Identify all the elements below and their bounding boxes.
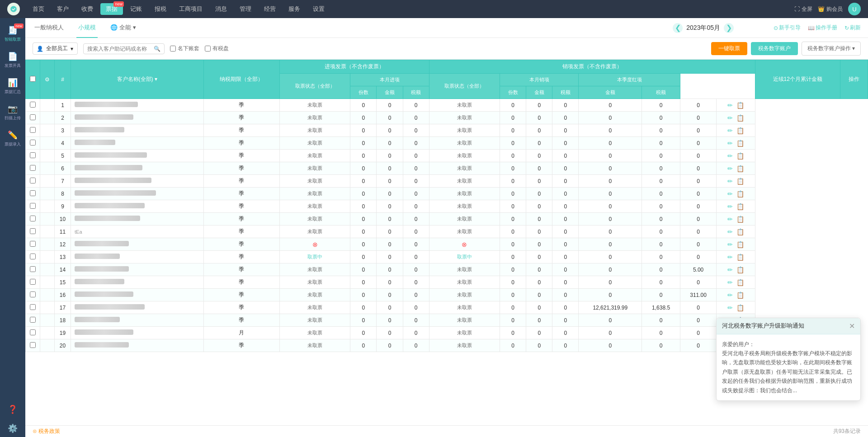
edit-btn[interactable]: ✏	[727, 291, 733, 299]
nav-item-tax[interactable]: 报税	[149, 3, 172, 15]
copy-btn[interactable]: 📋	[736, 165, 744, 172]
edit-btn[interactable]: ✏	[727, 228, 733, 235]
row-checkbox[interactable]	[30, 266, 36, 272]
row-checkbox[interactable]	[30, 102, 36, 108]
checkbox-account[interactable]: 名下账套	[170, 45, 199, 52]
copy-btn[interactable]: 📋	[736, 279, 744, 286]
sidebar-item-entry[interactable]: ✏️ 票据录入	[1, 127, 24, 151]
member-btn[interactable]: 👑 购会员	[818, 5, 843, 13]
edit-btn[interactable]: ✏	[727, 254, 733, 261]
copy-btn[interactable]: 📋	[736, 304, 744, 311]
row-checkbox[interactable]	[30, 279, 36, 285]
row-checkbox[interactable]	[30, 304, 36, 310]
edit-btn[interactable]: ✏	[727, 152, 733, 160]
sidebar-item-invoice[interactable]: 📄 发票开具	[1, 48, 24, 72]
row-checkbox[interactable]	[30, 228, 36, 234]
edit-btn[interactable]: ✏	[727, 102, 733, 109]
checkbox-taxdisk[interactable]: 有税盘	[205, 45, 229, 52]
row-checkbox[interactable]	[30, 178, 36, 183]
nav-item-business[interactable]: 工商项目	[174, 3, 208, 15]
row-checkbox[interactable]	[30, 291, 36, 297]
copy-btn[interactable]: 📋	[736, 228, 744, 235]
row-checkbox[interactable]	[30, 190, 36, 196]
digital-ops-btn[interactable]: 税务数字账户操作 ▾	[802, 42, 861, 56]
search-icon[interactable]: 🔍	[154, 46, 160, 52]
select-all-checkbox[interactable]	[30, 76, 36, 82]
copy-btn[interactable]: 📋	[736, 241, 744, 248]
row-checkbox[interactable]	[30, 317, 36, 323]
tab-all[interactable]: 🌐 全能 ▾	[108, 18, 138, 38]
copy-btn[interactable]: 📋	[736, 127, 744, 134]
copy-btn[interactable]: 📋	[736, 178, 744, 185]
edit-btn[interactable]: ✏	[727, 140, 733, 147]
row-checkbox[interactable]	[30, 165, 36, 171]
row-checkbox[interactable]	[30, 329, 36, 335]
fullscreen-btn[interactable]: ⛶ 全屏	[794, 5, 812, 13]
edit-btn[interactable]: ✏	[727, 216, 733, 223]
edit-btn[interactable]: ✏	[727, 241, 733, 248]
oneclick-ticket-btn[interactable]: 一键取票	[711, 42, 747, 55]
staff-select[interactable]: 👤 全部员工 ▾	[33, 42, 78, 55]
checkbox-taxdisk-input[interactable]	[205, 46, 211, 52]
row-checkbox[interactable]	[30, 216, 36, 221]
copy-btn[interactable]: 📋	[736, 102, 744, 109]
row-checkbox[interactable]	[30, 114, 36, 120]
nav-item-account[interactable]: 记账	[125, 3, 147, 15]
sidebar-item-scan[interactable]: 📷 扫描上传	[1, 100, 24, 125]
nav-item-fee[interactable]: 收费	[76, 3, 99, 15]
edit-btn[interactable]: ✏	[727, 178, 733, 185]
row-checkbox[interactable]	[30, 254, 36, 259]
refresh-link[interactable]: ↻ 刷新	[844, 24, 861, 32]
copy-btn[interactable]: 📋	[736, 266, 744, 273]
copy-btn[interactable]: 📋	[736, 190, 744, 197]
nav-item-operation[interactable]: 经营	[259, 3, 281, 15]
nav-item-client[interactable]: 客户	[52, 3, 74, 15]
nav-item-settings[interactable]: 设置	[307, 3, 330, 15]
row-total12: 0	[680, 251, 717, 263]
copy-btn[interactable]: 📋	[736, 114, 744, 122]
edit-btn[interactable]: ✏	[727, 304, 733, 311]
copy-btn[interactable]: 📋	[736, 216, 744, 223]
edit-btn[interactable]: ✏	[727, 266, 733, 273]
user-avatar[interactable]: U	[848, 3, 861, 15]
row-checkbox[interactable]	[30, 140, 36, 146]
edit-btn[interactable]: ✏	[727, 190, 733, 197]
checkbox-account-input[interactable]	[170, 46, 176, 52]
gear-icon[interactable]: ⚙	[45, 76, 50, 83]
row-checkbox[interactable]	[30, 342, 36, 348]
notif-close-btn[interactable]: ✕	[849, 322, 855, 330]
edit-btn[interactable]: ✏	[727, 114, 733, 122]
row-checkbox[interactable]	[30, 152, 36, 158]
search-input[interactable]	[87, 46, 152, 52]
copy-btn[interactable]: 📋	[736, 291, 744, 299]
row-checkbox[interactable]	[30, 241, 36, 247]
logo[interactable]	[7, 3, 20, 15]
copy-btn[interactable]: 📋	[736, 254, 744, 261]
row-checkbox[interactable]	[30, 203, 36, 209]
copy-btn[interactable]: 📋	[736, 140, 744, 147]
edit-btn[interactable]: ✏	[727, 203, 733, 210]
tab-small[interactable]: 小规模	[76, 18, 98, 38]
row-checkbox[interactable]	[30, 127, 36, 133]
manual-link[interactable]: 📖 操作手册	[808, 24, 837, 32]
guide-link[interactable]: ⊙ 新手引导	[774, 24, 801, 32]
copy-btn[interactable]: 📋	[736, 203, 744, 210]
edit-btn[interactable]: ✏	[727, 279, 733, 286]
edit-btn[interactable]: ✏	[727, 165, 733, 172]
edit-btn[interactable]: ✏	[727, 127, 733, 134]
nav-item-manage[interactable]: 管理	[234, 3, 257, 15]
sidebar-item-bottom1[interactable]: ❓	[1, 401, 24, 418]
nav-item-message[interactable]: 消息	[210, 3, 232, 15]
next-month-btn[interactable]: ❯	[724, 23, 734, 33]
prev-month-btn[interactable]: ❮	[673, 23, 683, 33]
nav-item-ticket[interactable]: 票据 new	[100, 3, 123, 15]
digital-account-btn[interactable]: 税务数字账户	[751, 42, 798, 55]
copy-btn[interactable]: 📋	[736, 152, 744, 160]
sidebar-item-smart-ticket[interactable]: 🧾 智能取票 new	[1, 22, 24, 46]
sidebar-item-bottom2[interactable]: ⚙️	[1, 420, 24, 437]
nav-item-home[interactable]: 首页	[27, 3, 50, 15]
sidebar-item-summary[interactable]: 📊 票据汇总	[1, 74, 24, 99]
tab-general[interactable]: 一般纳税人	[33, 18, 66, 38]
tax-policy-link[interactable]: ⊙ 税务政策	[33, 428, 60, 435]
nav-item-service[interactable]: 服务	[283, 3, 306, 15]
